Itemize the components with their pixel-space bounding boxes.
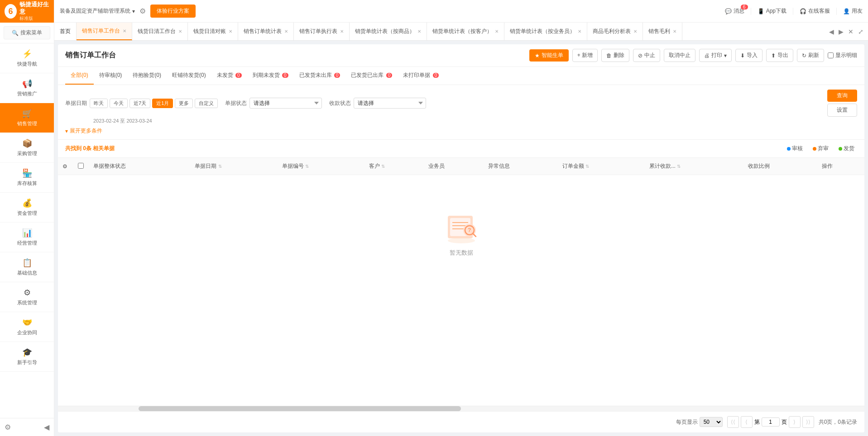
ship-action-btn[interactable]: 发货 xyxy=(836,143,857,154)
sidebar-item-marketing[interactable]: 📢 营销推广 xyxy=(0,73,54,103)
sub-tab-all[interactable]: 全部(0) xyxy=(65,67,94,85)
refresh-btn[interactable]: ↻ 刷新 xyxy=(797,49,824,62)
sidebar-item-guide[interactable]: 🎓 新手引导 xyxy=(0,342,54,372)
tab-close-all-btn[interactable]: ✕ xyxy=(846,27,855,36)
tab-sales-exec[interactable]: 销售订单执行表 ✕ xyxy=(294,23,350,40)
sub-tab-pending-review[interactable]: 待审核(0) xyxy=(94,67,128,85)
cancel-stop-btn[interactable]: 取消中止 xyxy=(664,49,695,62)
tab-close-sales-stats[interactable]: ✕ xyxy=(284,29,288,34)
prev-page-btn[interactable]: ⟨ xyxy=(741,416,753,428)
collapse-btn[interactable]: ◀ xyxy=(44,423,49,431)
stop-btn[interactable]: ⊘ 中止 xyxy=(633,49,660,62)
search-button[interactable]: 🔍 搜索菜单 xyxy=(4,26,50,39)
sidebar-item-inventory[interactable]: 🏪 库存核算 xyxy=(0,163,54,193)
new-btn[interactable]: + 新增 xyxy=(572,49,598,62)
sub-tab-pending-inspection[interactable]: 待抱验货(0) xyxy=(127,67,167,85)
sidebar-item-finance[interactable]: 💰 资金管理 xyxy=(0,193,54,223)
print-btn[interactable]: 🖨 打印 ▾ xyxy=(699,49,732,62)
date-last7-btn[interactable]: 近7天 xyxy=(129,99,150,108)
sidebar-item-enterprise[interactable]: 🤝 企业协同 xyxy=(0,312,54,342)
last-page-btn[interactable]: ⟩⟩ xyxy=(802,416,814,428)
user-btn[interactable]: 👤 用友 xyxy=(843,7,863,15)
review-action-btn[interactable]: 审核 xyxy=(784,143,806,154)
sidebar-item-sales[interactable]: 🛒 销售管理 xyxy=(0,103,54,133)
topbar-gear-icon[interactable]: ⚙ xyxy=(139,7,146,15)
sidebar-item-system[interactable]: ⚙ 系统管理 xyxy=(0,282,54,312)
col-amount[interactable]: 订单金额 xyxy=(559,158,646,175)
tab-close-cash-reconcile[interactable]: ✕ xyxy=(229,29,232,34)
smart-order-btn[interactable]: ★ 智能生单 xyxy=(529,49,569,62)
import-btn[interactable]: ⬇ 导入 xyxy=(735,49,762,62)
tab-cash-reconcile[interactable]: 钱货日清对账 ✕ xyxy=(188,23,238,40)
next-page-btn[interactable]: ⟩ xyxy=(789,416,801,428)
horizontal-scrollbar[interactable] xyxy=(58,406,864,411)
col-number[interactable]: 单据编号 xyxy=(278,158,365,175)
tab-next-btn[interactable]: ▶ xyxy=(837,27,845,36)
app-download-btn[interactable]: 📱 App下载 xyxy=(758,7,786,15)
setting-btn[interactable]: 设置 xyxy=(827,104,857,117)
tab-sales-exec-label: 销售订单执行表 xyxy=(299,28,337,35)
tab-close-sales-by-product[interactable]: ✕ xyxy=(417,29,421,34)
date-last1m-btn[interactable]: 近1月 xyxy=(152,99,173,108)
sub-tab-wangpu[interactable]: 旺铺待发货(0) xyxy=(167,67,211,85)
system-title[interactable]: 装备及固定资产辅助管理系统 ▾ xyxy=(60,7,135,15)
shipped-not-in-badge: 0 xyxy=(334,73,340,78)
message-btn[interactable]: 💬 消息 6 xyxy=(725,7,744,15)
tab-home[interactable]: 首页 xyxy=(54,23,77,40)
tab-close-sales-workbench[interactable]: ✕ xyxy=(123,28,126,33)
tab-sales-by-staff[interactable]: 销货单统计表（按业务员） ✕ xyxy=(504,23,587,40)
tab-sales-workbench[interactable]: 销售订单工作台 ✕ xyxy=(77,23,132,40)
tab-close-sales-exec[interactable]: ✕ xyxy=(340,29,344,34)
query-btn[interactable]: 查询 xyxy=(827,90,857,102)
tab-close-cash-daily[interactable]: ✕ xyxy=(178,29,182,34)
delete-btn[interactable]: 🗑 删除 xyxy=(601,49,629,62)
page-size-select[interactable]: 50 10 20 100 xyxy=(700,417,723,427)
tab-close-sales-by-customer[interactable]: ✕ xyxy=(495,29,499,34)
tab-sales-stats[interactable]: 销售订单统计表 ✕ xyxy=(238,23,294,40)
tab-prev-btn[interactable]: ◀ xyxy=(827,27,836,36)
tab-sales-by-product[interactable]: 销货单统计表（按商品） ✕ xyxy=(350,23,427,40)
logo-icon: 6 xyxy=(5,4,17,19)
col-settings[interactable]: ⚙ xyxy=(58,158,72,175)
col-date[interactable]: 单据日期 xyxy=(191,158,278,175)
tab-close-sales-margin[interactable]: ✕ xyxy=(673,29,676,34)
sidebar-item-quick-nav[interactable]: ⚡ 快捷导航 xyxy=(0,43,54,73)
show-detail-check[interactable]: 显示明细 xyxy=(828,52,857,59)
solution-btn[interactable]: 体验行业方案 xyxy=(150,5,196,18)
col-collected[interactable]: 累计收款... xyxy=(646,158,744,175)
tab-sales-by-customer[interactable]: 销货单统计表（按客户） ✕ xyxy=(427,23,504,40)
sub-tab-shipped-not-in[interactable]: 已发货未出库 0 xyxy=(294,67,346,85)
sub-tab-shipped-out[interactable]: 已发货已出库 0 xyxy=(345,67,398,85)
online-service-btn[interactable]: 🎧 在线客服 xyxy=(800,7,830,15)
select-all-checkbox[interactable] xyxy=(78,163,84,169)
payment-select[interactable]: 请选择 xyxy=(354,98,426,109)
sidebar-item-basic-info[interactable]: 📋 基础信息 xyxy=(0,252,54,282)
tab-sales-margin[interactable]: 销售毛利 ✕ xyxy=(643,23,682,40)
date-custom-btn[interactable]: 自定义 xyxy=(195,99,218,108)
settings-footer-btn[interactable]: ⚙ xyxy=(5,423,11,431)
tab-maximize-btn[interactable]: ⤢ xyxy=(856,27,865,36)
date-yesterday-btn[interactable]: 昨天 xyxy=(90,99,108,108)
first-page-btn[interactable]: ⟨⟨ xyxy=(727,416,739,428)
sub-tab-not-shipped[interactable]: 未发货 0 xyxy=(211,67,247,85)
show-detail-checkbox[interactable] xyxy=(828,52,834,58)
purchase-label: 采购管理 xyxy=(17,150,37,157)
status-select[interactable]: 请选择 xyxy=(249,98,322,109)
expand-filter-btn[interactable]: ▾ 展开更多条件 xyxy=(65,127,857,135)
tab-close-gross-profit[interactable]: ✕ xyxy=(633,29,637,34)
col-customer[interactable]: 客户 xyxy=(365,158,425,175)
sub-tab-unprinted[interactable]: 未打印单据 0 xyxy=(398,67,444,85)
tab-close-sales-by-staff[interactable]: ✕ xyxy=(578,29,581,34)
date-today-btn[interactable]: 今天 xyxy=(110,99,128,108)
date-more-btn[interactable]: 更多 xyxy=(175,99,193,108)
export-btn[interactable]: ⬆ 导出 xyxy=(766,49,793,62)
tab-gross-profit[interactable]: 商品毛利分析表 ✕ xyxy=(587,23,643,40)
col-checkbox[interactable] xyxy=(72,158,90,175)
scrollbar-thumb[interactable] xyxy=(139,406,461,411)
sidebar-item-purchase[interactable]: 📦 采购管理 xyxy=(0,133,54,163)
page-input[interactable] xyxy=(762,417,780,427)
sidebar-item-operations[interactable]: 📊 经营管理 xyxy=(0,223,54,252)
cancel-review-action-btn[interactable]: 弃审 xyxy=(810,143,831,154)
sub-tab-overdue[interactable]: 到期未发货 0 xyxy=(247,67,294,85)
tab-cash-daily[interactable]: 钱货日清工作台 ✕ xyxy=(132,23,188,40)
